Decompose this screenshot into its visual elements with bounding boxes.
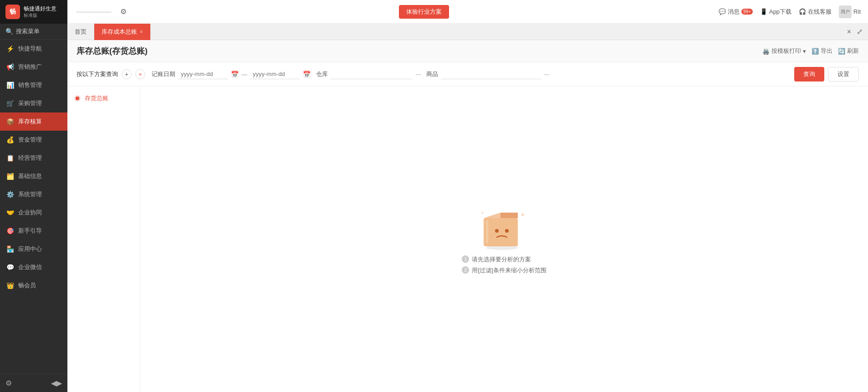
sales-icon: 📊 bbox=[5, 81, 15, 90]
print-btn[interactable]: 🖨️ 按模板打印 ▾ bbox=[762, 47, 806, 55]
empty-tip-2: 2 用[过滤]条件来缩小分析范围 bbox=[462, 266, 546, 275]
filter-add-btn[interactable]: + bbox=[122, 69, 132, 79]
app-download-btn[interactable]: 📱 App下载 bbox=[760, 8, 791, 16]
message-icon: 💬 bbox=[719, 8, 726, 15]
avatar: 用户 bbox=[839, 5, 852, 18]
sidebar-footer: ⚙ ◀▶ bbox=[0, 374, 67, 392]
sidebar-item-vip[interactable]: 👑 畅会员 bbox=[0, 276, 67, 295]
sidebar-item-appstore[interactable]: 🏪 应用中心 bbox=[0, 240, 67, 258]
sidebar-item-purchase[interactable]: 🛒 采购管理 bbox=[0, 94, 67, 112]
main-area: ───────── ⚙ 体验行业方案 💬 消息 99+ 📱 App下载 🎧 在线… bbox=[67, 0, 868, 392]
filter-buttons: 查询 设置 bbox=[794, 67, 859, 81]
query-btn[interactable]: 查询 bbox=[794, 67, 824, 81]
operation-icon: 📋 bbox=[5, 153, 15, 163]
gear-btn[interactable]: ⚙ bbox=[117, 5, 130, 18]
sidebar-item-inventory[interactable]: 📦 库存核算 bbox=[0, 112, 67, 131]
topbar: ───────── ⚙ 体验行业方案 💬 消息 99+ 📱 App下载 🎧 在线… bbox=[67, 0, 868, 24]
sidebar-item-basic[interactable]: 🗂️ 基础信息 bbox=[0, 167, 67, 185]
sidebar-item-operation[interactable]: 📋 经营管理 bbox=[0, 149, 67, 167]
message-badge: 99+ bbox=[741, 9, 753, 15]
user-menu-btn[interactable]: 用户 Rit bbox=[839, 5, 861, 18]
appstore-icon: 🏪 bbox=[5, 244, 15, 254]
filter-date-group: 记账日期 📅 — 📅 bbox=[152, 69, 311, 79]
finance-icon: 💰 bbox=[5, 135, 15, 144]
sidebar-item-sales[interactable]: 📊 销售管理 bbox=[0, 76, 67, 94]
export-btn[interactable]: ⬆️ 导出 bbox=[812, 47, 832, 55]
warehouse-input[interactable] bbox=[331, 69, 413, 79]
svg-rect-3 bbox=[484, 218, 518, 246]
toggle-sidebar-btn[interactable]: ◀▶ bbox=[51, 379, 62, 387]
sidebar-item-finance[interactable]: 💰 资金管理 bbox=[0, 131, 67, 149]
calendar-to-icon[interactable]: 📅 bbox=[303, 71, 311, 78]
product-label: 商品 bbox=[426, 70, 438, 78]
user-name: Rit bbox=[853, 8, 861, 15]
wechat-icon: 💬 bbox=[5, 263, 15, 272]
tab-inventory-ledger[interactable]: 库存成本总账 × bbox=[94, 24, 151, 40]
product-input[interactable] bbox=[441, 69, 541, 79]
sidebar-menu: ⚡ 快捷导航 📢 营销推广 📊 销售管理 🛒 采购管理 📦 库存核算 💰 资金管… bbox=[0, 40, 67, 374]
sidebar-item-guide[interactable]: 🎯 新手引导 bbox=[0, 222, 67, 240]
svg-text:✦: ✦ bbox=[480, 210, 484, 215]
system-icon: ⚙️ bbox=[5, 190, 15, 199]
marketing-icon: 📢 bbox=[5, 62, 15, 71]
sidebar-item-quick-nav[interactable]: ⚡ 快捷导航 bbox=[0, 40, 67, 58]
empty-tip-1: 1 请先选择要分析的方案 bbox=[462, 255, 546, 264]
refresh-btn[interactable]: 🔄 刷新 bbox=[838, 47, 859, 55]
logo-icon: 畅 bbox=[5, 5, 20, 19]
vip-icon: 👑 bbox=[5, 281, 15, 290]
filter-settings-btn[interactable]: 设置 bbox=[828, 67, 859, 81]
warehouse-more-btn[interactable]: ··· bbox=[415, 70, 421, 79]
page-header: 库存总账(存货总账) 🖨️ 按模板打印 ▾ ⬆️ 导出 🔄 刷新 bbox=[67, 40, 868, 62]
page-actions: 🖨️ 按模板打印 ▾ ⬆️ 导出 🔄 刷新 bbox=[762, 47, 859, 55]
topbar-right: 💬 消息 99+ 📱 App下载 🎧 在线客服 用户 Rit bbox=[719, 5, 861, 18]
tip-num-1: 1 bbox=[462, 255, 469, 263]
quick-nav-icon: ⚡ bbox=[5, 44, 15, 53]
headset-icon: 🎧 bbox=[799, 8, 806, 15]
topbar-left: ───────── ⚙ bbox=[75, 5, 130, 18]
tab-close-all-btn[interactable]: × bbox=[845, 27, 853, 37]
settings-footer-btn[interactable]: ⚙ bbox=[5, 379, 12, 387]
empty-state: ✦ ✦ 1 请先选择要分析的方案 2 用[过滤]条件来缩小分析范围 bbox=[140, 87, 868, 392]
tab-home[interactable]: 首页 bbox=[67, 24, 94, 40]
sidebar-item-system[interactable]: ⚙️ 系统管理 bbox=[0, 185, 67, 204]
phone-icon: 📱 bbox=[760, 8, 767, 15]
scheme-item-stock-ledger[interactable]: 存货总账 bbox=[67, 90, 140, 107]
page-title: 库存总账(存货总账) bbox=[77, 46, 148, 56]
data-area: 存货总账 bbox=[67, 87, 868, 392]
filter-warehouse-group: 仓库 ··· bbox=[316, 69, 421, 79]
logo-text: 畅捷通好生意 标准版 bbox=[24, 5, 56, 19]
product-more-btn[interactable]: ··· bbox=[544, 70, 549, 79]
online-service-btn[interactable]: 🎧 在线客服 bbox=[799, 8, 832, 16]
purchase-icon: 🛒 bbox=[5, 99, 15, 108]
industry-btn[interactable]: 体验行业方案 bbox=[399, 5, 449, 19]
date-from-input[interactable] bbox=[178, 69, 228, 79]
content-area: 库存总账(存货总账) 🖨️ 按模板打印 ▾ ⬆️ 导出 🔄 刷新 bbox=[67, 40, 868, 392]
filter-dash: — bbox=[241, 71, 247, 78]
calendar-from-icon[interactable]: 📅 bbox=[231, 71, 239, 78]
sidebar-item-marketing[interactable]: 📢 营销推广 bbox=[0, 58, 67, 76]
empty-tips: 1 请先选择要分析的方案 2 用[过滤]条件来缩小分析范围 bbox=[462, 255, 546, 275]
message-btn[interactable]: 💬 消息 99+ bbox=[719, 8, 753, 16]
tab-expand-btn[interactable]: ⤢ bbox=[855, 26, 864, 37]
refresh-icon: 🔄 bbox=[838, 48, 845, 55]
date-label: 记账日期 bbox=[152, 70, 175, 78]
print-icon: 🖨️ bbox=[762, 48, 770, 55]
tab-close-btn[interactable]: × bbox=[140, 29, 143, 35]
basic-icon: 🗂️ bbox=[5, 172, 15, 181]
filter-label: 按以下方案查询 bbox=[77, 70, 118, 78]
sidebar-logo: 畅 畅捷通好生意 标准版 bbox=[0, 0, 67, 24]
empty-illustration: ✦ ✦ bbox=[477, 204, 531, 250]
guide-icon: 🎯 bbox=[5, 226, 15, 235]
sidebar-item-corp[interactable]: 🤝 企业协同 bbox=[0, 204, 67, 222]
svg-point-5 bbox=[495, 229, 499, 233]
filter-row: 按以下方案查询 + « 记账日期 📅 — 📅 仓库 bbox=[67, 62, 868, 87]
topbar-center: 体验行业方案 bbox=[399, 5, 449, 19]
svg-text:✦: ✦ bbox=[520, 211, 526, 219]
export-icon: ⬆️ bbox=[812, 48, 819, 55]
search-menu-btn[interactable]: 🔍 搜索菜单 bbox=[0, 24, 67, 40]
date-to-input[interactable] bbox=[250, 69, 300, 79]
scheme-panel: 存货总账 bbox=[67, 87, 140, 392]
sidebar-item-wechat[interactable]: 💬 企业微信 bbox=[0, 258, 67, 276]
filter-collapse-btn[interactable]: « bbox=[135, 69, 145, 79]
breadcrumb: ───────── bbox=[75, 9, 113, 15]
